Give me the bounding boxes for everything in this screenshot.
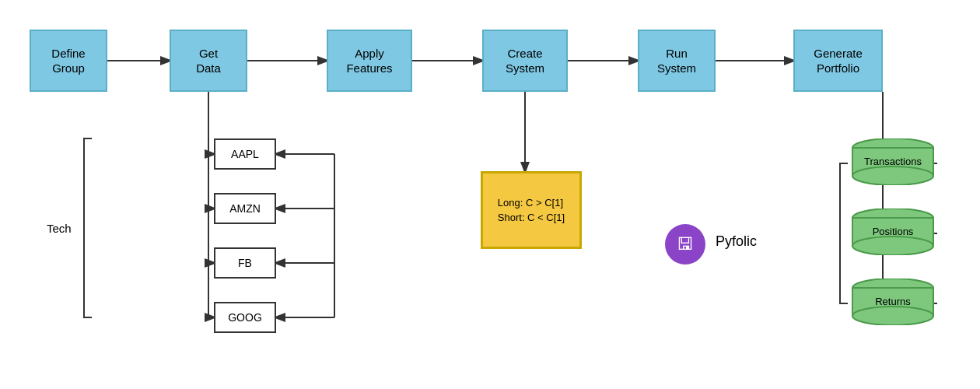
diagram-canvas: Define Group Get Data Apply Features Cre… — [0, 0, 980, 389]
transactions-db: Transactions — [846, 138, 940, 188]
returns-db: Returns — [846, 279, 940, 328]
stock-aapl: AAPL — [214, 138, 276, 170]
svg-point-35 — [852, 307, 933, 325]
tech-label: Tech — [47, 222, 72, 235]
get-data-box: Get Data — [170, 30, 247, 92]
generate-portfolio-box: Generate Portfolio — [793, 30, 883, 92]
pyfolic-icon: 🖫 — [665, 224, 705, 265]
run-system-box: Run System — [638, 30, 716, 92]
svg-point-31 — [852, 237, 933, 255]
positions-db: Positions — [846, 209, 940, 258]
svg-text:Transactions: Transactions — [864, 156, 922, 167]
svg-point-27 — [852, 166, 933, 185]
stock-fb: FB — [214, 247, 276, 279]
pyfolic-label: Pyfolic — [716, 233, 757, 250]
stock-amzn: AMZN — [214, 193, 276, 224]
signal-box: Long: C > C[1] Short: C < C[1] — [481, 171, 582, 249]
stock-goog: GOOG — [214, 302, 276, 333]
svg-text:Positions: Positions — [873, 226, 914, 237]
define-group-box: Define Group — [30, 30, 107, 92]
create-system-box: Create System — [482, 30, 568, 92]
apply-features-box: Apply Features — [327, 30, 412, 92]
svg-text:Returns: Returns — [875, 296, 911, 307]
